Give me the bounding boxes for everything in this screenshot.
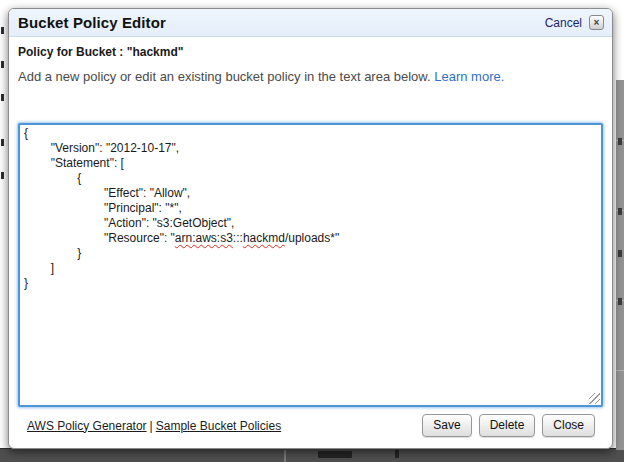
policy-textarea[interactable]: { "Version": "2012-10-17", "Statement": … — [18, 123, 603, 407]
dialog-title: Bucket Policy Editor — [18, 14, 166, 31]
background-page-bottom — [0, 448, 624, 462]
aws-policy-generator-link[interactable]: AWS Policy Generator — [27, 419, 147, 433]
background-text-fragment — [1, 139, 4, 146]
footer-links: AWS Policy Generator|Sample Bucket Polic… — [27, 419, 281, 433]
footer-links-separator: | — [150, 419, 153, 433]
dialog-footer: AWS Policy Generator|Sample Bucket Polic… — [18, 414, 603, 448]
background-text-fragment — [395, 450, 399, 458]
background-page-right — [616, 80, 624, 450]
save-button[interactable]: Save — [422, 414, 471, 437]
background-text-fragment — [618, 298, 622, 305]
background-text-fragment — [1, 27, 4, 34]
background-text-fragment — [318, 451, 352, 458]
description-label: Add a new policy or edit an existing buc… — [18, 69, 434, 84]
description-text: Add a new policy or edit an existing buc… — [18, 69, 603, 84]
delete-button[interactable]: Delete — [479, 414, 536, 437]
background-text-fragment — [618, 138, 622, 145]
dialog-body: Policy for Bucket : "hackmd" Add a new p… — [9, 37, 612, 448]
dialog-header: Bucket Policy Editor Cancel × — [9, 9, 612, 37]
close-button[interactable]: Close — [542, 414, 595, 437]
footer-buttons: Save Delete Close — [422, 414, 595, 437]
close-icon[interactable]: × — [589, 15, 604, 30]
background-text-fragment — [1, 94, 4, 101]
resize-grip-icon[interactable] — [589, 393, 600, 404]
background-text-fragment — [618, 208, 622, 215]
background-text-fragment — [1, 172, 4, 179]
background-divider — [284, 450, 286, 462]
background-text-fragment — [618, 250, 622, 257]
cancel-link[interactable]: Cancel — [545, 16, 582, 30]
header-actions: Cancel × — [545, 15, 604, 30]
bucket-policy-editor-dialog: Bucket Policy Editor Cancel × Policy for… — [8, 8, 613, 449]
sample-bucket-policies-link[interactable]: Sample Bucket Policies — [156, 419, 281, 433]
background-text-fragment — [1, 61, 4, 68]
policy-bucket-subtitle: Policy for Bucket : "hackmd" — [18, 45, 603, 59]
learn-more-link[interactable]: Learn more. — [434, 69, 504, 84]
